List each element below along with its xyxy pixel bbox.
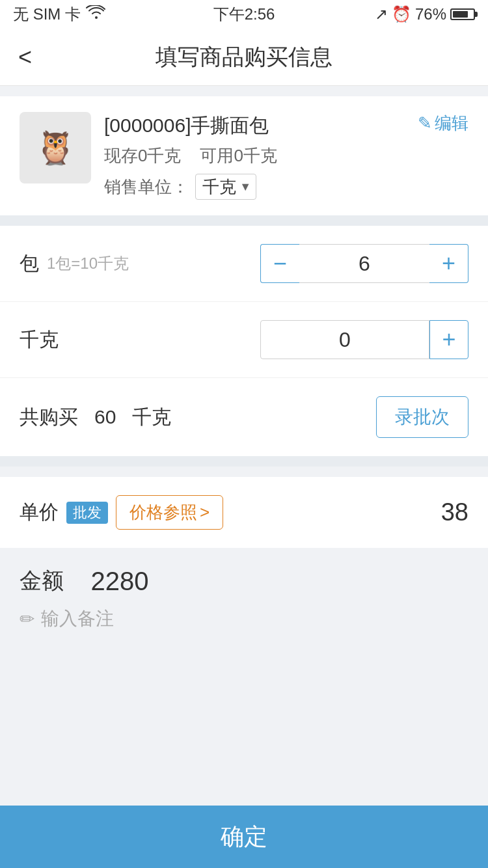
- bao-increment-button[interactable]: +: [429, 244, 468, 283]
- product-card: 🦉 [0000006]手撕面包 ✎ 编辑 现存0千克 可用0千克 销售单位： 千…: [0, 96, 488, 215]
- available-text: 可用0千克: [200, 146, 277, 165]
- carrier-text: 无 SIM 卡: [13, 4, 81, 25]
- product-name: [0000006]手撕面包: [104, 112, 269, 139]
- unit-label: 销售单位：: [104, 176, 189, 198]
- amount-section: 金额 2280 ✏ 输入备注: [0, 548, 488, 644]
- amount-value: 2280: [90, 567, 148, 596]
- product-unit-row: 销售单位： 千克: [104, 174, 468, 200]
- kg-increment-button[interactable]: +: [429, 320, 468, 359]
- note-placeholder[interactable]: 输入备注: [41, 606, 114, 631]
- kg-quantity-input[interactable]: [260, 320, 429, 359]
- status-bar: 无 SIM 卡 下午2:56 ↗ ⏰ 76%: [0, 0, 488, 29]
- back-button[interactable]: <: [18, 44, 32, 71]
- bao-sub: 1包=10千克: [47, 253, 129, 274]
- price-section: 单价 批发 价格参照 > 38: [0, 477, 488, 548]
- bao-quantity-input[interactable]: [299, 244, 429, 283]
- product-stock: 现存0千克 可用0千克: [104, 144, 468, 167]
- stock-text: 现存0千克: [104, 146, 181, 165]
- price-tag: 批发: [66, 502, 108, 524]
- section-divider-2: [0, 456, 488, 467]
- edit-label: 编辑: [435, 112, 468, 135]
- product-logo-icon: 🦉: [35, 131, 75, 164]
- page-title: 填写商品购买信息: [156, 42, 332, 72]
- status-right: ↗ ⏰ 76%: [375, 5, 475, 23]
- section-divider-1: [0, 215, 488, 226]
- bao-label: 包 1包=10千克: [20, 251, 129, 277]
- product-name-row: [0000006]手撕面包 ✎ 编辑: [104, 112, 468, 139]
- total-unit: 千克: [132, 406, 171, 427]
- product-image: 🦉: [20, 112, 91, 183]
- note-icon: ✏: [20, 608, 34, 630]
- nav-bar: < 填写商品购买信息: [0, 29, 488, 86]
- price-value: 38: [441, 498, 468, 526]
- kg-quantity-control: +: [260, 320, 468, 359]
- batch-button[interactable]: 录批次: [376, 396, 468, 438]
- amount-row: 金额 2280: [20, 566, 468, 596]
- price-ref-arrow: >: [200, 502, 210, 522]
- unit-select-wrap[interactable]: 千克: [195, 174, 256, 200]
- confirm-button-label: 确定: [221, 821, 267, 853]
- price-label: 单价 批发 价格参照 >: [20, 495, 223, 530]
- alarm-icon: ⏰: [392, 5, 411, 23]
- kg-label: 千克: [20, 327, 59, 353]
- price-ref-button[interactable]: 价格参照 >: [116, 495, 223, 530]
- edit-button[interactable]: ✎ 编辑: [418, 112, 468, 135]
- unit-select[interactable]: 千克: [195, 174, 256, 200]
- total-text: 共购买 60 千克: [20, 404, 171, 431]
- bao-text: 包: [20, 251, 39, 277]
- bao-input-row: 包 1包=10千克 − +: [0, 226, 488, 302]
- total-row: 共购买 60 千克 录批次: [0, 378, 488, 456]
- bao-quantity-control: − +: [260, 244, 468, 283]
- total-label: 共购买: [20, 406, 78, 427]
- kg-input-row: 千克 +: [0, 302, 488, 378]
- total-amount: 60: [94, 406, 116, 427]
- status-left: 无 SIM 卡: [13, 4, 107, 25]
- wifi-icon: [86, 5, 107, 23]
- price-ref-label: 价格参照: [129, 501, 197, 524]
- price-text: 单价: [20, 499, 59, 526]
- product-info: [0000006]手撕面包 ✎ 编辑 现存0千克 可用0千克 销售单位： 千克: [104, 112, 468, 200]
- location-icon: ↗: [375, 5, 388, 23]
- battery-text: 76%: [415, 5, 446, 23]
- battery-icon: [450, 8, 475, 20]
- amount-label: 金额: [20, 566, 64, 596]
- bao-decrement-button[interactable]: −: [260, 244, 299, 283]
- edit-icon: ✎: [418, 113, 432, 133]
- confirm-bar[interactable]: 确定: [0, 806, 488, 868]
- kg-text: 千克: [20, 327, 59, 353]
- note-row[interactable]: ✏ 输入备注: [20, 606, 468, 644]
- status-time: 下午2:56: [213, 4, 275, 25]
